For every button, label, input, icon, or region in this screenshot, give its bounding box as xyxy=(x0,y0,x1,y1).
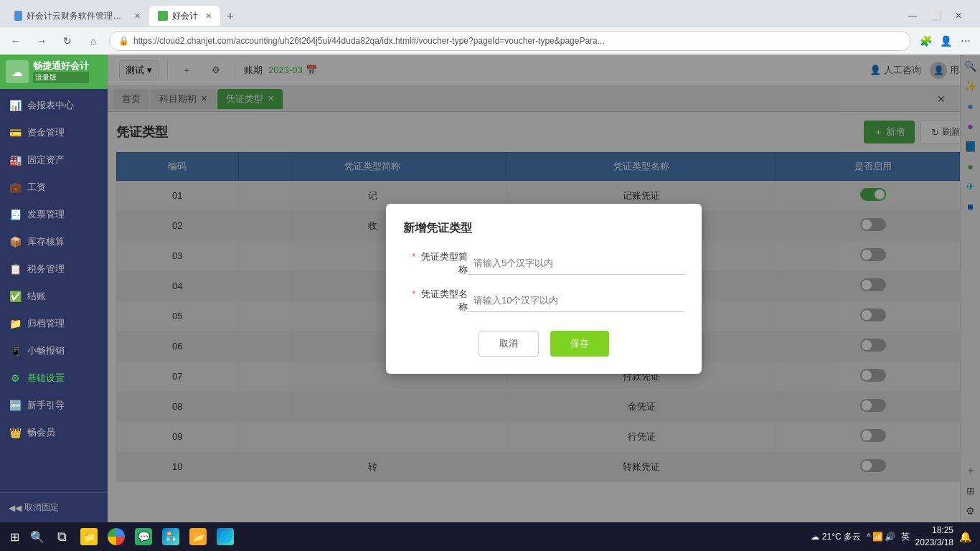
weather-icon: ☁ xyxy=(811,532,819,542)
logo-badge: 流量版 xyxy=(33,72,89,83)
sidebar-item-checkout[interactable]: ✅ 结账 xyxy=(0,283,108,310)
restore-button[interactable]: ⬜ xyxy=(925,6,946,26)
address-bar: ← → ↻ ⌂ 🔒 https://cloud2.chanjet.com/acc… xyxy=(0,26,980,55)
tab-close-2[interactable]: ✕ xyxy=(205,11,212,21)
sidebar-label-settings: 基础设置 xyxy=(27,372,65,385)
back-button[interactable]: ← xyxy=(6,31,26,51)
profile-button[interactable]: 👤 xyxy=(937,32,954,50)
tab-label-2: 好会计 xyxy=(172,10,198,22)
logo-text: 畅捷通好会计 xyxy=(33,60,89,72)
cancel-fixed-label: 取消固定 xyxy=(24,501,59,514)
taskbar-app-edge[interactable]: 🌐 xyxy=(212,524,238,550)
explorer-icon: 📁 xyxy=(80,528,98,545)
sidebar-label-reports: 会报表中心 xyxy=(27,99,74,112)
taskbar-app-files[interactable]: 📂 xyxy=(185,524,211,550)
sidebar-menu: 📊 会报表中心 💳 资金管理 🏭 固定资产 💼 工资 🧾 发票管理 📦 xyxy=(0,89,108,492)
tab-label-1: 好会计云财务软件管理系统_会计 xyxy=(27,10,127,22)
tax-icon: 📋 xyxy=(9,263,22,276)
add-voucher-type-modal: 新增凭证类型 * 凭证类型简称 * 凭证类型名称 取消 保存 xyxy=(386,204,702,374)
notifications-icon[interactable]: 🔔 xyxy=(959,531,971,542)
files-icon: 📂 xyxy=(189,528,207,545)
taskbar-weather: ☁ 21°C 多云 xyxy=(811,531,861,543)
modal-save-button[interactable]: 保存 xyxy=(550,331,609,357)
short-name-input[interactable] xyxy=(468,252,684,275)
modal-cancel-button[interactable]: 取消 xyxy=(479,331,539,357)
archive-icon: 📁 xyxy=(9,317,22,330)
tab-close-1[interactable]: ✕ xyxy=(134,11,141,21)
chrome-icon xyxy=(108,528,125,545)
member-icon: 👑 xyxy=(9,426,22,439)
invoice-icon: 🧾 xyxy=(9,208,22,221)
taskbar-right: ☁ 21°C 多云 ^ 📶 🔊 英 18:25 2023/3/18 🔔 xyxy=(811,524,977,549)
browser-chrome: 好会计云财务软件管理系统_会计 ✕ 好会计 ✕ ＋ — ⬜ ✕ ← → ↻ ⌂ … xyxy=(0,0,980,55)
start-button[interactable]: ⊞ xyxy=(3,525,26,548)
home-nav-button[interactable]: ⌂ xyxy=(83,31,103,51)
forward-button[interactable]: → xyxy=(32,31,52,51)
modal-save-label: 保存 xyxy=(570,338,589,349)
sidebar-item-report[interactable]: 📱 小畅报销 xyxy=(0,337,108,364)
sidebar-item-invoice[interactable]: 🧾 发票管理 xyxy=(0,201,108,228)
full-name-input[interactable] xyxy=(468,289,684,312)
sidebar-label-salary: 工资 xyxy=(27,181,46,194)
taskbar-app-wechat[interactable]: 💬 xyxy=(131,524,156,550)
tab-1[interactable]: 好会计云财务软件管理系统_会计 ✕ xyxy=(6,6,149,26)
taskbar-app-store[interactable]: 🏪 xyxy=(158,524,184,550)
taskbar-language: 英 xyxy=(901,531,910,543)
sidebar-label-guide: 新手引导 xyxy=(27,399,65,412)
sidebar-label-report: 小畅报销 xyxy=(27,344,65,357)
edge-icon: 🌐 xyxy=(217,528,234,545)
full-name-row: * 凭证类型名称 xyxy=(403,288,684,314)
close-button[interactable]: ✕ xyxy=(948,6,969,26)
taskbar-app-chrome[interactable] xyxy=(103,524,129,550)
sidebar-label-fixed: 固定资产 xyxy=(27,154,65,166)
taskbar-app-taskview[interactable]: ⧉ xyxy=(49,524,75,550)
ssl-icon: 🔒 xyxy=(118,36,129,46)
new-tab-button[interactable]: ＋ xyxy=(220,6,240,26)
modal-actions: 取消 保存 xyxy=(403,331,684,357)
logo-info: 畅捷通好会计 流量版 xyxy=(33,60,89,83)
wifi-icon: 📶 xyxy=(872,532,883,542)
sidebar-item-tax[interactable]: 📋 税务管理 xyxy=(0,255,108,283)
taskbar-time-value: 18:25 xyxy=(915,524,953,537)
sidebar-item-guide[interactable]: 🆕 新手引导 xyxy=(0,392,108,419)
settings-icon: ⚙ xyxy=(9,372,22,385)
taskbar-search-button[interactable]: 🔍 xyxy=(26,525,49,548)
sidebar: ☁ 畅捷通好会计 流量版 📊 会报表中心 💳 资金管理 🏭 固定资产 💼 工资 xyxy=(0,55,108,522)
more-button[interactable]: ⋯ xyxy=(957,32,974,50)
checkout-icon: ✅ xyxy=(9,290,22,303)
sidebar-item-reports[interactable]: 📊 会报表中心 xyxy=(0,92,108,119)
capital-icon: 💳 xyxy=(9,126,22,139)
required-mark-name: * xyxy=(412,288,415,299)
sidebar-label-tax: 税务管理 xyxy=(27,263,65,276)
minimize-button[interactable]: — xyxy=(903,6,923,26)
sidebar-item-member[interactable]: 👑 畅会员 xyxy=(0,419,108,446)
modal-title: 新增凭证类型 xyxy=(403,221,684,236)
modal-overlay: 新增凭证类型 * 凭证类型简称 * 凭证类型名称 取消 保存 xyxy=(108,55,980,522)
full-name-label: * 凭证类型名称 xyxy=(403,288,468,314)
refresh-nav-button[interactable]: ↻ xyxy=(57,31,77,51)
extensions-button[interactable]: 🧩 xyxy=(917,32,934,50)
chevron-up-icon: ^ xyxy=(867,532,871,542)
modal-cancel-label: 取消 xyxy=(499,338,518,349)
tab-2[interactable]: 好会计 ✕ xyxy=(149,6,220,26)
cancel-fixed-button[interactable]: ◀◀ 取消固定 xyxy=(6,499,102,517)
store-icon: 🏪 xyxy=(162,528,179,545)
sidebar-item-capital[interactable]: 💳 资金管理 xyxy=(0,119,108,146)
tab-bar: 好会计云财务软件管理系统_会计 ✕ 好会计 ✕ ＋ — ⬜ ✕ xyxy=(0,0,980,26)
sidebar-item-inventory[interactable]: 📦 库存核算 xyxy=(0,228,108,255)
cancel-fixed-icon: ◀◀ xyxy=(9,503,22,513)
wechat-icon: 💬 xyxy=(135,528,152,545)
sidebar-logo[interactable]: ☁ 畅捷通好会计 流量版 xyxy=(0,55,108,89)
sidebar-label-checkout: 结账 xyxy=(27,290,46,303)
sidebar-item-fixed[interactable]: 🏭 固定资产 xyxy=(0,146,108,174)
tab-favicon-2 xyxy=(158,11,168,21)
taskview-icon: ⧉ xyxy=(57,529,67,545)
taskbar-app-explorer[interactable]: 📁 xyxy=(76,524,102,550)
taskbar-clock: 18:25 2023/3/18 xyxy=(915,524,953,549)
sidebar-label-inventory: 库存核算 xyxy=(27,235,65,248)
sidebar-item-archive[interactable]: 📁 归档管理 xyxy=(0,310,108,337)
required-mark-short: * xyxy=(412,251,415,262)
url-input[interactable]: 🔒 https://cloud2.chanjet.com/accounting/… xyxy=(109,31,911,51)
sidebar-item-settings[interactable]: ⚙ 基础设置 xyxy=(0,364,108,392)
sidebar-item-salary[interactable]: 💼 工资 xyxy=(0,174,108,201)
